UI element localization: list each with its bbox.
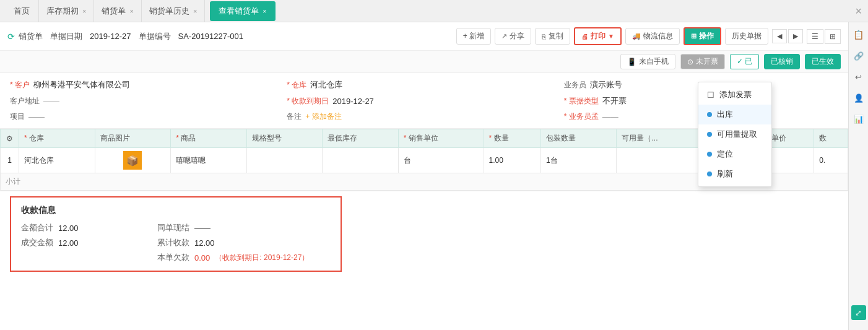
amount-total-row: 金额合计 12.00: [21, 222, 157, 233]
sidebar-user-icon[interactable]: 👤: [851, 90, 866, 105]
dropdown-outbound[interactable]: 出库: [698, 105, 771, 124]
project-value: ——: [28, 112, 45, 121]
radio-icon: [707, 152, 712, 157]
warehouse-value: 河北仓库: [310, 79, 342, 90]
cumulative-receipt-value: 12.00: [194, 238, 215, 248]
confirm-button[interactable]: ✓ 已: [730, 54, 759, 69]
copy-icon: ⎘: [542, 33, 546, 40]
col-gear[interactable]: ⚙: [1, 129, 19, 148]
dropdown-add-invoice[interactable]: ☐ 添加发票: [698, 85, 771, 105]
grid-view-button[interactable]: ⊞: [825, 29, 841, 44]
address-label: 客户地址: [10, 96, 40, 106]
customer-field: * 客户 柳州粤港平安气体有限公司: [10, 79, 287, 90]
tab-sales-history[interactable]: 销货单历史 ×: [142, 0, 205, 22]
payment-date-field: * 收款到期日 2019-12-27: [287, 95, 563, 106]
sales-order-icon: ⟳: [7, 32, 15, 41]
row-seq: 1: [1, 148, 19, 173]
warehouse-label: * 仓库: [287, 80, 306, 90]
sidebar-refresh-icon[interactable]: ↩: [851, 69, 866, 84]
phone-icon: 📱: [627, 58, 636, 66]
same-order-settle-value: ——: [194, 224, 210, 233]
row-product: 嘻嗯嘻嗯: [171, 148, 247, 173]
tab-sales-order[interactable]: 销货单 ×: [94, 0, 141, 22]
row-amount: 0.: [814, 148, 848, 173]
amount-total-label: 金额合计: [21, 222, 53, 233]
dropdown-refresh[interactable]: 刷新: [698, 164, 771, 184]
sidebar-link-icon[interactable]: 🔗: [851, 48, 866, 63]
balance-due-note: （收款到期日: 2019-12-27）: [215, 253, 309, 263]
grid-icon: ⊞: [691, 32, 697, 40]
tab-inventory-init[interactable]: 库存期初 ×: [39, 0, 94, 22]
operations-button[interactable]: ⊞ 操作: [684, 27, 721, 45]
sales-staff-label: * 业务员孟: [564, 111, 599, 122]
dropdown-locate[interactable]: 定位: [698, 144, 771, 164]
copy-button[interactable]: ⎘ 复制: [535, 28, 570, 45]
logistics-button[interactable]: 🚚 物流信息: [625, 28, 680, 45]
sidebar-chart-icon[interactable]: 📊: [851, 111, 866, 126]
col-product-img: 商品图片: [95, 129, 171, 148]
sidebar-expand-icon[interactable]: ⤢: [851, 305, 866, 320]
payment-date-value: 2019-12-27: [332, 97, 374, 106]
next-button[interactable]: ▶: [788, 29, 803, 43]
window-close-button[interactable]: ×: [855, 4, 862, 17]
product-image: 📦: [123, 151, 142, 170]
print-button[interactable]: 🖨 打印 ▼: [574, 27, 622, 45]
prev-button[interactable]: ◀: [772, 29, 787, 43]
same-order-settle-row: 同单现结 ——: [157, 222, 331, 233]
cumulative-receipt-label: 累计收款: [157, 237, 189, 248]
not-open-ticket-button[interactable]: ⊙ 未开票: [680, 54, 725, 69]
balance-due-label: 本单欠款: [157, 252, 189, 263]
right-sidebar: 📋 🔗 ↩ 👤 📊 ⤢: [848, 22, 868, 330]
close-icon[interactable]: ×: [263, 7, 266, 15]
doc-date-label: 单据日期: [50, 31, 82, 42]
doc-date-value: 2019-12-27: [90, 32, 131, 41]
new-button[interactable]: + 新增: [456, 28, 491, 45]
row-pack-qty: 1台: [540, 148, 617, 173]
radio-icon: [707, 112, 712, 117]
same-order-settle-label: 同单现结: [157, 222, 189, 233]
cumulative-receipt-row: 累计收款 12.00: [157, 237, 331, 248]
col-spec: 规格型号: [246, 129, 323, 148]
history-button[interactable]: 历史单据: [725, 28, 768, 45]
project-field: 项目 ——: [10, 111, 287, 122]
transaction-amount-row: 成交金额 12.00: [21, 237, 157, 248]
balance-due-value: 0.00: [194, 253, 210, 263]
radio-icon: [707, 172, 712, 176]
effective-button[interactable]: 已生效: [805, 54, 841, 69]
sales-staff-value: ——: [602, 112, 618, 121]
share-button[interactable]: ↗ 分享: [495, 28, 531, 45]
list-view-button[interactable]: ☰: [807, 29, 823, 44]
row-min-stock: [323, 148, 399, 173]
warehouse-field: * 仓库 河北仓库: [287, 79, 563, 90]
col-pack-qty: 包装数量: [540, 129, 617, 148]
col-min-stock: 最低库存: [323, 129, 399, 148]
address-field: 客户地址 ——: [10, 95, 287, 106]
sidebar-clipboard-icon[interactable]: 📋: [851, 27, 866, 42]
tab-home[interactable]: 首页: [5, 0, 39, 22]
nav-arrows: ◀ ▶: [772, 29, 803, 43]
close-icon[interactable]: ×: [193, 7, 197, 15]
share-icon: ↗: [501, 32, 507, 40]
close-icon[interactable]: ×: [82, 7, 86, 15]
print-icon: 🖨: [581, 33, 588, 40]
radio-icon: [707, 132, 712, 137]
col-price: 单价: [766, 129, 814, 148]
staff-value: 演示账号: [590, 79, 622, 90]
from-phone-button[interactable]: 📱 来自手机: [620, 54, 675, 69]
row-available: [617, 148, 704, 173]
dropdown-available-qty[interactable]: 可用量提取: [698, 124, 771, 144]
checkbox-icon: ☐: [707, 90, 714, 100]
doc-number-label: 单据编号: [139, 31, 171, 42]
tab-bar: 首页 库存期初 × 销货单 × 销货单历史 × 查看销货单 × ×: [0, 0, 868, 22]
summary-title: 收款信息: [21, 205, 331, 216]
col-amount: 数: [814, 129, 848, 148]
doc-number-value: SA-20191227-001: [178, 32, 244, 41]
close-icon[interactable]: ×: [129, 7, 133, 15]
logistics-icon: 🚚: [632, 32, 641, 40]
sold-out-button[interactable]: 已核销: [764, 54, 800, 69]
tab-view-sales[interactable]: 查看销货单 ×: [210, 1, 275, 21]
add-note-button[interactable]: + 添加备注: [305, 111, 341, 122]
operations-dropdown: ☐ 添加发票 出库 可用量提取 定位 刷新: [698, 82, 772, 187]
note-label: 备注: [287, 111, 302, 122]
summary-box: 收款信息 金额合计 12.00 同单现结 —— 成交金额 12.00 累计收款 …: [10, 196, 342, 272]
